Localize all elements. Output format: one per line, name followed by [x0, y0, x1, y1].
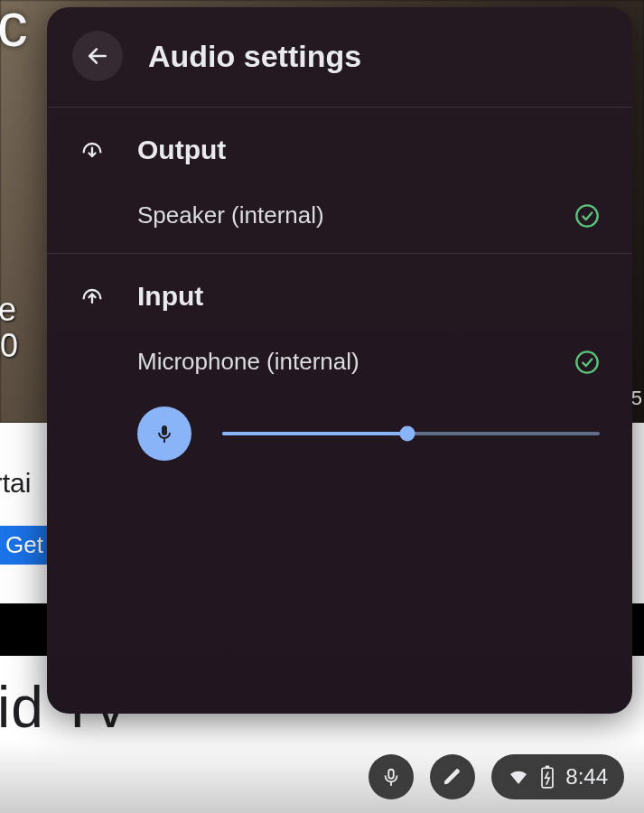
- panel-header: Audio settings: [47, 7, 632, 107]
- bg-badge-number: 5: [631, 387, 642, 410]
- output-device-name: Speaker (internal): [137, 201, 324, 229]
- mic-gain-slider[interactable]: [222, 432, 600, 435]
- bg-text-fragment: ave: [0, 291, 16, 329]
- microphone-gain-block: [47, 399, 632, 461]
- output-section-header: Output: [47, 107, 632, 180]
- bg-title-fragment: e c: [0, 0, 28, 60]
- svg-point-2: [576, 205, 597, 226]
- shelf-stylus-button[interactable]: [430, 754, 475, 799]
- system-shelf: 8:44: [0, 741, 644, 813]
- input-section-label: Input: [137, 281, 203, 312]
- svg-point-4: [576, 351, 597, 372]
- check-circle-icon: [574, 203, 600, 229]
- mic-toggle-button[interactable]: [137, 406, 191, 461]
- output-section-label: Output: [137, 135, 226, 165]
- bg-text-fragment: ertai: [0, 468, 31, 499]
- output-device-row[interactable]: Speaker (internal): [47, 180, 632, 253]
- status-tray[interactable]: 8:44: [491, 754, 624, 799]
- headphones-down-icon: [79, 137, 105, 163]
- arrow-left-icon: [86, 44, 109, 68]
- input-device-name: Microphone (internal): [137, 348, 359, 376]
- microphone-icon: [381, 767, 401, 787]
- back-button[interactable]: [72, 31, 123, 81]
- clock-text: 8:44: [565, 764, 608, 790]
- input-device-row[interactable]: Microphone (internal): [47, 326, 632, 399]
- slider-thumb[interactable]: [399, 426, 415, 442]
- audio-settings-panel: Audio settings Output Speaker (internal)…: [47, 7, 632, 714]
- bg-text-fragment: 020: [0, 327, 18, 365]
- svg-rect-6: [389, 770, 395, 779]
- battery-charging-icon: [540, 765, 555, 789]
- headphones-up-icon: [79, 284, 105, 309]
- svg-rect-5: [163, 439, 165, 443]
- slider-fill: [222, 432, 407, 435]
- svg-rect-9: [546, 766, 549, 769]
- input-section-header: Input: [47, 254, 632, 326]
- microphone-icon: [154, 423, 175, 444]
- pencil-icon: [443, 767, 462, 787]
- panel-title: Audio settings: [148, 39, 361, 74]
- wifi-icon: [508, 766, 529, 788]
- shelf-mic-button[interactable]: [369, 754, 414, 799]
- check-circle-icon: [574, 350, 600, 375]
